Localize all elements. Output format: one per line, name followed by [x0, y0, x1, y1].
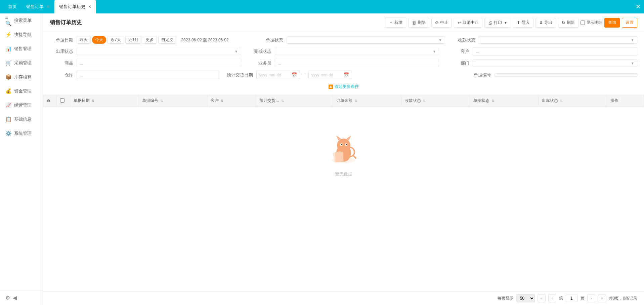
sidebar-bottom: ⚙ ◀ [0, 290, 43, 305]
delivery-date-end[interactable]: yyyy-mm-dd 📅 [308, 71, 352, 79]
outbound-status-select[interactable]: ▼ [77, 48, 241, 55]
basic-info-icon: 📋 [5, 116, 11, 122]
settings-button[interactable]: 设置 [622, 18, 637, 28]
last-page-icon: » [601, 296, 603, 301]
completion-status-select[interactable]: ▼ [275, 48, 439, 55]
sidebar-item-basic-info[interactable]: 📋 基础信息 [0, 112, 43, 126]
window-close-button[interactable]: ✕ [636, 3, 641, 10]
export-button[interactable]: ⬇ 导出 [535, 18, 556, 28]
th-order-status[interactable]: 单据状态 ⇅ [470, 95, 538, 107]
th-payment-status[interactable]: 收款状态 ⇅ [401, 95, 470, 107]
sidebar-item-ops-mgmt[interactable]: 📈 经营管理 [0, 98, 43, 112]
print-button[interactable]: 🖨 打印 ▼ [484, 18, 511, 28]
sidebar-item-quick-nav[interactable]: ⚡ 快捷导航 [0, 28, 43, 42]
delete-icon: 🗑 [412, 20, 416, 25]
new-label: 新增 [394, 20, 402, 26]
sidebar-item-stock-calc-label: 库存核算 [14, 74, 32, 80]
department-select[interactable]: ▼ [473, 60, 637, 67]
date-1month[interactable]: 近1月 [125, 36, 142, 44]
tab-home[interactable]: 首页 [3, 0, 22, 13]
collapse-sidebar-icon[interactable]: ◀ [13, 295, 17, 301]
warehouse-label: 仓库 [50, 72, 77, 78]
first-page-icon: « [540, 296, 543, 301]
import-label: 导入 [522, 20, 530, 26]
date-custom[interactable]: 自定义 [158, 36, 176, 44]
date-yesterday[interactable]: 昨天 [77, 36, 91, 44]
show-columns-checkbox-label[interactable]: 显示明细 [581, 20, 602, 26]
cancel-stop-label: 取消中止 [463, 20, 479, 26]
th-date[interactable]: 单据日期 ⇅ [70, 95, 139, 107]
delete-button[interactable]: 🗑 删除 [408, 18, 429, 28]
sidebar-item-stock-calc[interactable]: 📦 库存核算 [0, 70, 43, 84]
page-number-input[interactable] [566, 295, 578, 302]
sidebar-item-sys-mgmt-label: 系统管理 [14, 130, 32, 137]
th-customer[interactable]: 客户 ⇅ [207, 95, 256, 107]
sales-mgmt-icon: 📊 [5, 46, 11, 52]
select-all-checkbox[interactable] [60, 98, 65, 103]
payment-status-select[interactable]: ▼ [479, 36, 637, 44]
sidebar-item-sales-mgmt[interactable]: 📊 销售管理 [0, 42, 43, 56]
sidebar-item-finance-mgmt[interactable]: 💰 资金管理 [0, 84, 43, 98]
cancel-stop-button[interactable]: ↩ 取消中止 [454, 18, 482, 28]
tab-sales-order[interactable]: 销售订单 ✕ [22, 0, 54, 13]
th-outbound-status[interactable]: 出库状态 ⇅ [538, 95, 607, 107]
show-columns-checkbox[interactable] [581, 21, 585, 25]
order-status-select[interactable]: ▼ [287, 36, 445, 44]
sidebar-item-sys-mgmt[interactable]: ⚙️ 系统管理 [0, 126, 43, 141]
tab-sales-order-history[interactable]: 销售订单历史 ✕ [54, 0, 96, 13]
import-button[interactable]: ⬆ 导入 [513, 18, 533, 28]
tab-home-label: 首页 [8, 4, 17, 10]
th-delivery[interactable]: 预计交货... ⇅ [256, 95, 333, 107]
sidebar-item-search-menu-label: 搜索菜单 [14, 17, 32, 24]
customer-label: 客户 [446, 48, 473, 54]
order-no-input[interactable] [495, 73, 637, 77]
th-checkbox[interactable] [57, 95, 70, 107]
warehouse-input[interactable]: ... [77, 71, 219, 79]
prev-page-button[interactable]: ‹ [548, 294, 556, 302]
stop-button[interactable]: ⊘ 中止 [431, 18, 452, 28]
query-button[interactable]: 查询 [604, 18, 620, 28]
top-bar-right: ✕ [636, 3, 641, 10]
sort-order-status-icon: ⇅ [491, 99, 494, 103]
date-today[interactable]: 今天 [92, 36, 106, 44]
department-label: 部门 [446, 60, 473, 66]
page-size-select[interactable]: 50 10 20 100 [516, 294, 535, 302]
product-input[interactable]: ... [77, 59, 241, 67]
tab-sales-order-close[interactable]: ✕ [46, 4, 50, 9]
date-range-text: 2023-06-02 至 2023-06-02 [181, 37, 228, 43]
date-7days[interactable]: 近7天 [108, 36, 124, 44]
th-order-status-label: 单据状态 [473, 98, 489, 103]
sort-date-icon: ⇅ [92, 99, 94, 103]
first-page-button[interactable]: « [538, 294, 546, 302]
page-label: 页 [581, 296, 585, 301]
th-operation: 操作 [607, 95, 644, 107]
sidebar-item-search-menu[interactable]: ≡🔍 搜索菜单 [0, 13, 43, 28]
payment-status-label: 收款状态 [452, 37, 479, 43]
delivery-date-end-placeholder: yyyy-mm-dd [311, 73, 333, 77]
salesperson-input[interactable]: ... [275, 59, 439, 67]
delivery-date-label: 预计交货日期 [226, 72, 256, 78]
filter-row-4: 仓库 ... 预计交货日期 yyyy-mm-dd 📅 — yyyy-mm-dd … [50, 71, 637, 79]
sort-outbound-status-icon: ⇅ [560, 99, 563, 103]
date-more[interactable]: 更多 [143, 36, 157, 44]
th-settings[interactable]: ⚙ [43, 95, 57, 107]
date-range-display: 2023-06-02 至 2023-06-02 [181, 37, 228, 43]
th-operation-label: 操作 [610, 98, 618, 103]
next-page-button[interactable]: › [587, 294, 595, 302]
tab-sales-order-history-close[interactable]: ✕ [88, 4, 91, 9]
th-no[interactable]: 单据编号 ⇅ [139, 95, 207, 107]
data-table: ⚙ 单据日期 ⇅ 单据编号 ⇅ 客户 ⇅ [43, 95, 644, 204]
warehouse-dots: ... [80, 72, 83, 77]
sidebar-item-quick-nav-label: 快捷导航 [14, 32, 32, 38]
delivery-date-start[interactable]: yyyy-mm-dd 📅 [256, 71, 300, 79]
customer-input[interactable]: ... [473, 47, 637, 55]
sidebar-item-purchase-mgmt[interactable]: 🛒 采购管理 [0, 56, 43, 70]
collapse-more[interactable]: 🔼 收起更多条件 [50, 82, 637, 91]
refresh-button[interactable]: ↻ 刷新 [558, 18, 578, 28]
new-button[interactable]: ＋ 新增 [385, 17, 406, 28]
prev-page-icon: ‹ [552, 296, 553, 301]
th-payment-status-label: 收款状态 [405, 98, 421, 103]
settings-bottom-icon[interactable]: ⚙ [5, 295, 10, 301]
th-amount[interactable]: 订单金额 ⇅ [333, 95, 401, 107]
last-page-button[interactable]: » [598, 294, 606, 302]
